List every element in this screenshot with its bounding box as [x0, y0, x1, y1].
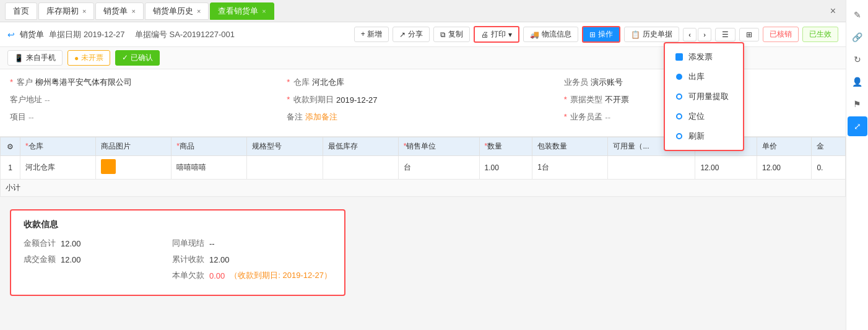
customer-field: * 客户 柳州粤港平安气体有限公司: [10, 77, 282, 88]
new-button[interactable]: + 新增: [354, 27, 389, 42]
logistics-icon: 🚚: [530, 30, 539, 39]
row-quantity: 1.00: [479, 156, 532, 180]
add-remark-button[interactable]: 添加备注: [305, 111, 337, 123]
warehouse-value: 河北仓库: [312, 77, 344, 88]
subtotal-row: 小计: [1, 180, 846, 197]
row-index: 1: [1, 156, 20, 180]
total-amount-field: 金额合计 12.00: [24, 238, 147, 249]
tab-sales-history[interactable]: 销货单历史 ×: [145, 2, 209, 20]
row-product: 嘻嘻嘻嘻: [171, 156, 247, 180]
invoice-icon: ●: [74, 54, 79, 63]
invoice-type-star: *: [564, 95, 567, 104]
same-order-settle-label: 同单现结: [172, 238, 204, 249]
row-sales-unit: 台: [398, 156, 479, 180]
doc-number-label: 单据编号: [135, 29, 167, 40]
dropdown-out-warehouse[interactable]: 出库: [665, 67, 743, 87]
cumulative-payment-field: 累计收款 12.00: [172, 254, 296, 265]
sidebar-edit-icon[interactable]: ✎: [848, 5, 867, 25]
tab-sales-order-close[interactable]: ×: [131, 7, 135, 15]
dropdown-refresh[interactable]: 刷新: [665, 126, 743, 146]
tab-inventory-close[interactable]: ×: [82, 7, 86, 15]
tab-inventory-init[interactable]: 库存期初 ×: [38, 2, 94, 20]
sidebar-expand-icon[interactable]: ⤢: [848, 116, 867, 136]
from-phone-button[interactable]: 📱 来自手机: [7, 50, 63, 66]
warehouse-label: 仓库: [293, 77, 310, 87]
refresh-icon: [675, 132, 684, 141]
tab-view-sales-close[interactable]: ×: [262, 7, 266, 15]
warehouse-required-star: *: [287, 77, 290, 87]
current-arrears-label: 本单欠款: [172, 270, 204, 281]
dropdown-add-invoice[interactable]: 添发票: [665, 47, 743, 67]
payment-date-label: 收款到期日: [293, 95, 334, 104]
list-view-button[interactable]: ☰: [715, 28, 736, 41]
sidebar-user-icon[interactable]: 👤: [848, 72, 867, 92]
locate-icon: [675, 112, 684, 121]
row-warehouse: 河北仓库: [20, 156, 96, 180]
project-field: 项目 --: [10, 111, 282, 123]
same-order-settle-field: 同单现结 --: [172, 238, 296, 249]
print-button[interactable]: 🖨 打印 ▾: [474, 26, 519, 43]
remark-field: 备注 添加备注: [287, 111, 558, 123]
payment-section: 收款信息 金额合计 12.00 同单现结 -- 成交金额 12.00 累计收款: [0, 197, 846, 308]
confirmed-button[interactable]: ✓ 已确认: [115, 50, 159, 66]
tab-sales-order[interactable]: 销货单 ×: [95, 2, 143, 20]
deal-amount-field: 成交金额 12.00: [24, 254, 147, 265]
row-amount: 0.: [812, 156, 846, 180]
row-product-img: [96, 156, 171, 180]
not-open-button[interactable]: ● 未开票: [67, 50, 110, 66]
grid-view-button[interactable]: ⊞: [739, 28, 759, 41]
row-unit-price: 12.00: [757, 156, 812, 180]
doc-date-field: 单据日期 2019-12-27: [49, 29, 125, 40]
prev-record-button[interactable]: ‹: [683, 28, 697, 41]
tab-sales-history-close[interactable]: ×: [197, 7, 201, 15]
next-record-button[interactable]: ›: [698, 28, 711, 41]
row-pack-qty: 1台: [532, 156, 608, 180]
logistics-button[interactable]: 🚚 物流信息: [523, 27, 578, 42]
invoice-type-label: 票据类型: [570, 95, 602, 104]
deal-amount-value: 12.00: [61, 255, 81, 264]
payment-date-value: 2019-12-27: [336, 95, 378, 105]
nav-arrows: ‹ ›: [683, 28, 711, 41]
payment-date-required-star: *: [287, 95, 290, 104]
tab-view-sales[interactable]: 查看销货单 ×: [210, 2, 274, 20]
tab-inventory-label: 库存期初: [46, 6, 79, 17]
dropdown-locate[interactable]: 定位: [665, 106, 743, 126]
th-pack-qty: 包装数量: [532, 137, 608, 156]
th-quantity: *数量: [479, 137, 532, 156]
address-value: --: [45, 95, 50, 105]
address-field: 客户地址 --: [10, 94, 282, 105]
copy-button[interactable]: ⧉ 复制: [433, 27, 470, 42]
copy-icon: ⧉: [440, 30, 446, 39]
sidebar-link-icon[interactable]: 🔗: [848, 27, 867, 47]
doc-title-area: ↩ 销货单: [7, 29, 44, 40]
cancel-sale-status: 已核销: [763, 27, 799, 42]
total-amount-value: 12.00: [61, 239, 81, 248]
total-amount-label: 金额合计: [24, 238, 56, 249]
add-invoice-icon: [675, 53, 684, 61]
operation-icon: ⊞: [589, 30, 596, 39]
customer-label: 客户: [17, 77, 33, 87]
tab-home[interactable]: 首页: [5, 2, 37, 20]
tab-bar: 首页 库存期初 × 销货单 × 销货单历史 × 查看销货单 × ×: [0, 0, 846, 22]
th-product: *商品: [171, 137, 247, 156]
operation-button[interactable]: ⊞ 操作: [582, 26, 620, 43]
history-icon: 📋: [631, 30, 640, 39]
sidebar-refresh-icon[interactable]: ↻: [848, 50, 867, 69]
warehouse-field: * 仓库 河北仓库: [287, 77, 558, 88]
cumulative-payment-label: 累计收款: [172, 254, 204, 265]
dropdown-avail-qty[interactable]: 可用量提取: [665, 87, 743, 106]
out-warehouse-icon: [675, 72, 684, 81]
history-button[interactable]: 📋 历史单据: [624, 27, 679, 42]
print-icon: 🖨: [481, 30, 488, 39]
th-amount: 金: [812, 137, 846, 156]
th-warehouse: *仓库: [20, 137, 96, 156]
window-close-button[interactable]: ×: [825, 6, 841, 17]
payment-row-3: 本单欠款 0.00 （收款到期日: 2019-12-27）: [24, 270, 332, 281]
share-button[interactable]: ↗ 分享: [393, 27, 430, 42]
sidebar-flag-icon[interactable]: ⚑: [848, 94, 867, 114]
table-row: 1 河北仓库 嘻嘻嘻嘻 台 1.00 1台 12.00 12.00 0.: [1, 156, 846, 180]
arrears-date-suffix: （收款到期日: 2019-12-27）: [230, 270, 332, 281]
invoice-type-value: 不开票: [605, 94, 629, 105]
effective-status: 已生效: [802, 27, 838, 42]
th-unit-price: 单价: [757, 137, 812, 156]
